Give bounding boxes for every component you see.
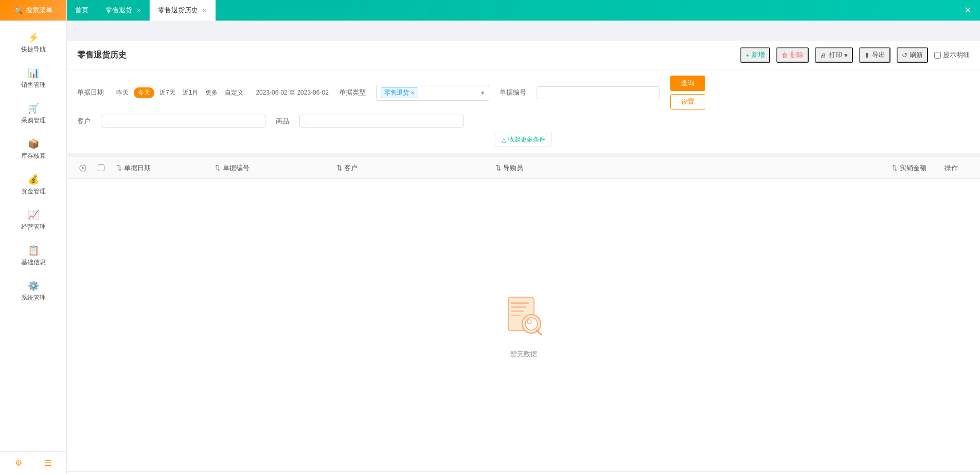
sort-customer-icon: ⇅ [336,164,342,172]
shortcut-more[interactable]: 更多 [203,87,220,98]
sidebar-item-label: 快捷导航 [21,45,46,54]
filter-row-2: 客户 ... 商品 ... [77,115,970,127]
sidebar: 🔍 搜索菜单 ⚡ 快捷导航 📊 销售管理 🛒 采购管理 📦 库存核算 💰 资金管… [0,0,67,474]
refresh-icon: ↺ [902,51,907,59]
collapse-button[interactable]: △ 收起更多条件 [495,133,552,147]
empty-text: 暂无数据 [510,350,537,359]
export-button[interactable]: ⬆ 导出 [859,47,890,63]
new-button[interactable]: + 新增 [740,47,770,63]
th-amount[interactable]: ⇅ 实销金额 [847,163,931,173]
tab-retail-return-label: 零售退货 [105,6,132,15]
operations-icon: 📈 [28,209,39,221]
menu-bottom-icon[interactable]: ☰ [44,458,51,468]
sidebar-search[interactable]: 🔍 搜索菜单 [0,0,66,21]
sidebar-search-label: 搜索菜单 [26,6,52,15]
finance-icon: 💰 [28,174,39,185]
sidebar-bottom: ⚙ ☰ [0,451,66,474]
bill-type-select[interactable]: 零售退货 ✕ ▾ [376,85,489,101]
shortcut-1month[interactable]: 近1月 [181,87,201,98]
sidebar-item-quick-nav[interactable]: ⚡ 快捷导航 [2,26,64,60]
svg-rect-5 [511,311,524,312]
tab-retail-return-history[interactable]: 零售退货历史 ✕ [150,0,216,21]
th-amount-label: 实销金额 [900,163,926,173]
print-label: 打印 [829,50,842,60]
tab-retail-return-close[interactable]: ✕ [136,7,141,14]
tab-retail-return[interactable]: 零售退货 ✕ [97,0,150,21]
empty-state: 暂无数据 [67,179,980,471]
print-button[interactable]: 🖨 打印 ▾ [815,47,853,63]
display-detail-checkbox[interactable]: 显示明细 [934,50,970,60]
refresh-button[interactable]: ↺ 刷新 [897,47,928,63]
window-close-icon[interactable]: ✕ [964,5,972,16]
sidebar-item-operations[interactable]: 📈 经营管理 [2,203,64,238]
sort-billno-icon: ⇅ [215,164,221,172]
th-settings[interactable] [75,165,94,172]
date-range-value: 2023-06-02 至 2023-06-02 [256,88,328,97]
sidebar-item-basic-info[interactable]: 📋 基础信息 [2,239,64,273]
customer-filter-label: 客户 [77,117,91,126]
new-label: 新增 [752,50,765,60]
sidebar-item-system-mgmt[interactable]: ⚙️ 系统管理 [2,274,64,308]
delete-icon: 🗑 [781,51,788,59]
query-settings-group: 查询 设置 [670,76,705,110]
th-billno-label: 单据编号 [223,163,250,173]
inventory-icon: 📦 [28,138,39,150]
page-header: 零售退货历史 + 新增 🗑 删除 🖨 打印 ▾ ⬆ 导出 ↺ 刷新 [67,41,980,69]
th-customer-label: 客户 [344,163,358,173]
shortcut-custom[interactable]: 自定义 [223,87,245,98]
svg-rect-4 [511,306,526,308]
sidebar-item-label: 系统管理 [21,294,46,302]
svg-rect-6 [511,315,521,316]
query-button[interactable]: 查询 [670,76,705,91]
tab-retail-return-history-close[interactable]: ✕ [202,7,207,14]
svg-point-8 [525,318,538,330]
sidebar-item-purchase-mgmt[interactable]: 🛒 采购管理 [2,97,64,131]
bill-type-tag: 零售退货 ✕ [381,87,418,98]
svg-point-1 [82,167,84,169]
bill-type-tag-text: 零售退货 [384,88,409,97]
bill-no-input[interactable] [537,86,660,99]
shortcut-yesterday[interactable]: 昨天 [114,87,131,98]
sort-guide-icon: ⇅ [495,164,501,172]
settings-bottom-icon[interactable]: ⚙ [15,458,22,468]
shortcut-today[interactable]: 今天 [134,87,154,98]
goods-select[interactable]: ... [299,115,464,127]
settings-button[interactable]: 设置 [670,94,705,110]
basic-info-icon: 📋 [28,245,39,256]
main-content: 零售退货历史 + 新增 🗑 删除 🖨 打印 ▾ ⬆ 导出 ↺ 刷新 [67,41,980,474]
print-arrow: ▾ [844,51,848,59]
header-actions: + 新增 🗑 删除 🖨 打印 ▾ ⬆ 导出 ↺ 刷新 显示明细 [740,47,970,63]
sidebar-item-sales-mgmt[interactable]: 📊 销售管理 [2,61,64,96]
sidebar-item-label: 资金管理 [21,187,46,196]
filter-area: 单据日期 昨天 今天 近7天 近1月 更多 自定义 2023-06-02 至 2… [67,69,980,153]
shortcut-7days[interactable]: 近7天 [157,87,177,98]
sidebar-item-inventory[interactable]: 📦 库存核算 [2,132,64,167]
select-all-checkbox[interactable] [98,165,104,171]
new-icon: + [745,51,750,59]
display-detail-input[interactable] [934,52,941,59]
collapse-icon: △ [502,136,506,143]
th-billno[interactable]: ⇅ 单据编号 [211,163,332,173]
th-date[interactable]: ⇅ 单据日期 [112,163,211,173]
system-icon: ⚙️ [28,280,39,291]
sort-amount-icon: ⇅ [892,164,898,172]
sidebar-menu: ⚡ 快捷导航 📊 销售管理 🛒 采购管理 📦 库存核算 💰 资金管理 📈 经营管… [0,21,66,451]
bill-type-label: 单据类型 [339,88,366,97]
date-shortcuts: 昨天 今天 近7天 近1月 更多 自定义 [114,87,245,98]
tab-home[interactable]: 首页 [67,0,97,21]
th-action-label: 操作 [945,163,958,173]
tab-home-label: 首页 [75,6,88,15]
sidebar-item-finance[interactable]: 💰 资金管理 [2,168,64,202]
th-customer[interactable]: ⇅ 客户 [332,163,491,173]
empty-icon [498,292,549,343]
bill-type-tag-close[interactable]: ✕ [411,90,415,96]
th-checkbox[interactable] [94,165,112,171]
customer-select[interactable]: ... [101,115,265,127]
bill-type-arrow: ▾ [481,89,485,97]
th-action: 操作 [931,163,972,173]
delete-button[interactable]: 🗑 删除 [776,47,809,63]
th-guide[interactable]: ⇅ 导购员 [491,163,613,173]
export-label: 导出 [872,50,885,60]
display-detail-label: 显示明细 [943,50,970,60]
svg-rect-3 [511,302,529,304]
